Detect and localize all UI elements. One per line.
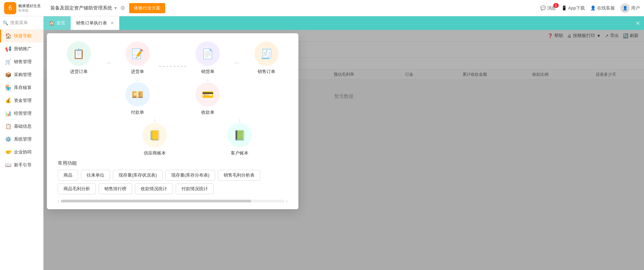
online-service-button[interactable]: 👤 在线客服: [590, 5, 615, 11]
receipt-icon: 💳: [195, 82, 220, 107]
purchase-order-label: 进货订单: [70, 69, 88, 75]
quick-functions-title: 常用功能: [58, 160, 288, 166]
sidebar-item-inventory[interactable]: 🏪库存核算: [0, 81, 43, 94]
logo-text: 畅康通好生意 标准版: [18, 3, 41, 13]
finance-icon: 💰: [5, 97, 11, 104]
operations-icon: 📊: [5, 110, 11, 116]
modal-scrollbar-area[interactable]: ‹ ›: [58, 198, 288, 204]
sidebar-item-operations[interactable]: 📊经营管理: [0, 107, 43, 120]
sys-mgmt-icon: ⚙️: [5, 136, 11, 142]
message-button[interactable]: 💬 消息 6: [540, 5, 556, 11]
flow-node-purchase-bill[interactable]: 📝 进货单: [117, 41, 159, 75]
flow-node-sales-order[interactable]: 🧾 销售订单: [245, 41, 288, 75]
quick-btn-付款情况统计[interactable]: 付款情况统计: [176, 183, 214, 194]
sidebar-item-label: 经营管理: [14, 110, 32, 116]
tab-close-icon[interactable]: ✕: [110, 21, 114, 25]
flow-node-customer-ledger[interactable]: 📗 客户账本: [214, 123, 265, 156]
sales-bill-icon: 📄: [195, 41, 220, 66]
sales-icon: 🛒: [5, 59, 11, 65]
close-all-tabs-icon[interactable]: ✕: [636, 20, 640, 26]
quick-btn-收款情况统计[interactable]: 收款情况统计: [135, 183, 173, 194]
home-icon: 🏠: [49, 21, 54, 26]
service-icon: 👤: [590, 5, 596, 11]
sidebar-item-sales[interactable]: 🛒销售管理: [0, 55, 43, 68]
arrow-down-pb: ↓: [117, 76, 159, 82]
arrow-down-rec: ↓: [214, 117, 265, 123]
system-dropdown-icon[interactable]: ▼: [114, 6, 118, 11]
sales-order-label: 销售订单: [258, 69, 275, 75]
sidebar-item-marketing[interactable]: 📢营销推广: [0, 42, 43, 55]
purchase-bill-icon: 📝: [125, 41, 150, 66]
purchase-order-icon: 📋: [67, 41, 91, 66]
user-avatar: 👤: [620, 3, 630, 13]
payment-label: 付款单: [131, 109, 144, 115]
scrollbar-thumb[interactable]: [61, 200, 251, 202]
arrow-po-pb: →: [100, 59, 117, 75]
quick-btn-往来单位[interactable]: 往来单位: [81, 170, 110, 181]
sidebar-item-basic-info[interactable]: 📋基础信息: [0, 120, 43, 133]
modal-overlay[interactable]: 📋 进货订单 → 📝: [43, 30, 644, 270]
quick-functions: 常用功能 商品往来单位现存量(库存状况表)现存量(库存分布表)销售毛利分析表商品…: [58, 160, 288, 194]
supplier-ledger-icon: 📒: [142, 123, 167, 147]
scroll-left-btn[interactable]: ‹: [58, 198, 59, 204]
flow-node-receipt[interactable]: 💳 收款单: [187, 82, 229, 115]
arrow-so-sb: ←: [229, 59, 245, 75]
spacer-1: [159, 66, 187, 75]
sidebar-item-label: 销售管理: [14, 59, 32, 65]
sidebar-item-quick-nav[interactable]: 🏠快捷导航: [0, 30, 43, 42]
basic-info-icon: 📋: [5, 123, 11, 129]
app-logo: 6: [4, 2, 16, 14]
sidebar-item-label: 营销推广: [14, 46, 32, 52]
purchase-bill-label: 进货单: [131, 69, 144, 75]
supplier-ledger-label: 供应商账本: [144, 150, 166, 156]
sidebar-item-label: 快捷导航: [14, 33, 32, 39]
trial-button[interactable]: 体验行业方案: [129, 3, 165, 13]
guide-icon: 📖: [5, 162, 11, 168]
sidebar-item-guide[interactable]: 📖新手引导: [0, 159, 43, 172]
arrow-down-sb: ↓: [187, 76, 229, 82]
sidebar-search[interactable]: 🔍 搜索菜单: [0, 16, 43, 30]
sidebar-item-label: 新手引导: [14, 162, 32, 168]
customer-ledger-icon: 📗: [227, 123, 252, 147]
scrollbar-track[interactable]: [61, 200, 285, 202]
quick-nav-icon: 🏠: [5, 33, 11, 39]
flow-node-sales-bill[interactable]: 📄 销货单: [187, 41, 229, 75]
sidebar-item-label: 资金管理: [14, 97, 32, 104]
quick-btn-销售毛利分析表[interactable]: 销售毛利分析表: [218, 170, 260, 181]
quick-btn-现存量(库存分布表)[interactable]: 现存量(库存分布表): [166, 170, 215, 181]
message-icon: 💬: [540, 5, 546, 11]
purchase-icon: 📦: [5, 72, 11, 78]
marketing-icon: 📢: [5, 46, 11, 52]
flow-node-supplier-ledger[interactable]: 📒 供应商账本: [129, 123, 180, 156]
settings-icon[interactable]: ⚙: [120, 5, 125, 11]
search-icon: 🔍: [3, 20, 8, 25]
quick-btn-商品[interactable]: 商品: [58, 170, 78, 181]
flow-node-purchase-order[interactable]: 📋 进货订单: [58, 41, 100, 75]
app-download-button[interactable]: 📱 App下载: [561, 5, 585, 11]
enterprise-icon: 🤝: [5, 149, 11, 155]
receipt-label: 收款单: [201, 109, 214, 115]
user-menu[interactable]: 👤 用户: [620, 3, 640, 13]
quick-btn-商品毛利分析[interactable]: 商品毛利分析: [58, 183, 96, 194]
sidebar-item-label: 基础信息: [14, 123, 32, 129]
quick-btn-销售排行榜[interactable]: 销售排行榜: [99, 183, 132, 194]
sidebar-item-label: 采购管理: [14, 72, 32, 78]
sidebar-item-label: 库存核算: [14, 85, 32, 91]
sidebar-item-enterprise[interactable]: 🤝企业协同: [0, 146, 43, 159]
sidebar-item-sys-mgmt[interactable]: ⚙️系统管理: [0, 133, 43, 146]
tab-home[interactable]: 🏠 首页: [43, 16, 71, 30]
tab-sales-order[interactable]: 销售订单执行表 ✕: [71, 16, 119, 30]
sidebar-item-finance[interactable]: 💰资金管理: [0, 94, 43, 107]
download-icon: 📱: [561, 5, 567, 11]
scroll-right-btn[interactable]: ›: [286, 198, 288, 204]
message-badge: 6: [553, 3, 559, 8]
sales-order-icon: 🧾: [254, 41, 279, 66]
customer-ledger-label: 客户账本: [231, 150, 248, 156]
flow-modal: 📋 进货订单 → 📝: [47, 33, 298, 209]
flow-node-payment[interactable]: 💴 付款单: [117, 82, 159, 115]
quick-btn-现存量(库存状况表)[interactable]: 现存量(库存状况表): [113, 170, 163, 181]
sidebar-item-label: 系统管理: [14, 136, 32, 142]
payment-icon: 💴: [125, 82, 150, 107]
sidebar-item-purchase[interactable]: 📦采购管理: [0, 68, 43, 81]
sales-bill-label: 销货单: [201, 69, 214, 75]
